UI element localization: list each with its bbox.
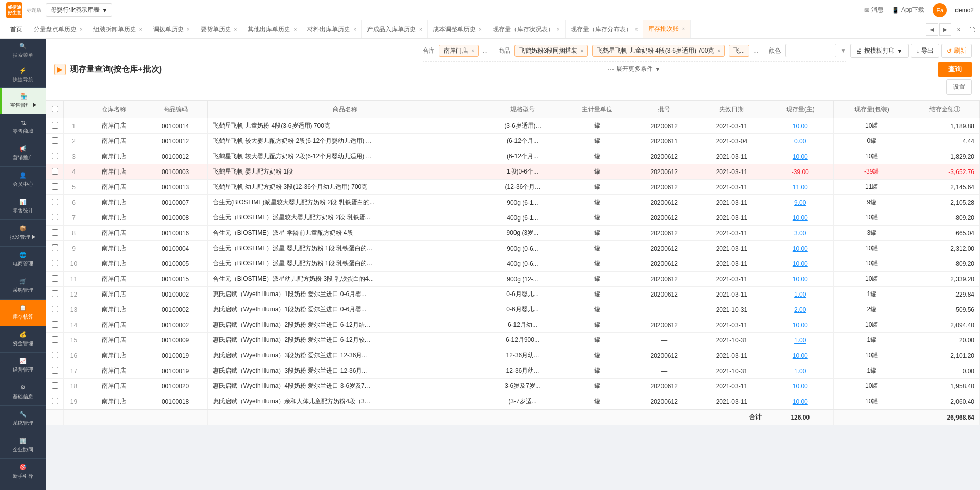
tab-chengben[interactable]: 成本调整单历史 ×: [428, 20, 487, 39]
row-checkbox[interactable]: [46, 164, 64, 180]
row-checkbox[interactable]: [46, 241, 64, 256]
tab-cailiao-close[interactable]: ×: [353, 27, 356, 32]
row-qty-main[interactable]: 10.00: [767, 272, 834, 287]
warehouse-tag[interactable]: 南岸门店 ×: [439, 45, 479, 57]
row-qty-main[interactable]: 10.00: [767, 241, 834, 256]
row-qty-main[interactable]: 10.00: [767, 210, 834, 226]
row-checkbox[interactable]: [46, 256, 64, 272]
row-checkbox[interactable]: [46, 180, 64, 195]
row-qty-main[interactable]: -39.00: [767, 164, 834, 180]
row-checkbox[interactable]: [46, 134, 64, 149]
tab-fullscreen-button[interactable]: ⛶: [966, 23, 978, 36]
tab-chengpin-close[interactable]: ×: [419, 27, 422, 32]
row-checkbox[interactable]: [46, 317, 64, 333]
tab-kucunpici-close[interactable]: ×: [682, 26, 685, 32]
sidebar-item-retail[interactable]: 🏪 零售管理 ▶: [0, 88, 46, 114]
product-tag1[interactable]: 飞鹤奶粉3段同捆搭装 ×: [514, 45, 589, 57]
sidebar-item-guide[interactable]: 🎯 新手引导: [0, 459, 46, 485]
tab-yaohuo[interactable]: 要货单历史 ×: [195, 20, 243, 39]
tab-tiaobo[interactable]: 调拨单历史 ×: [148, 20, 195, 39]
row-qty-main[interactable]: 10.00: [767, 379, 834, 394]
tab-zuhe[interactable]: 组装拆卸单历史 ×: [88, 20, 148, 39]
sidebar-item-appstore[interactable]: 📱 应用中心: [0, 485, 46, 490]
sidebar-search[interactable]: 🔍 搜索菜单: [0, 39, 46, 63]
row-checkbox[interactable]: [46, 272, 64, 287]
tab-fenpan[interactable]: 分量盘点单历史 ×: [29, 20, 88, 39]
tab-cailiao[interactable]: 材料出库单历史 ×: [302, 20, 362, 39]
row-checkbox[interactable]: [46, 302, 64, 317]
tab-prev-button[interactable]: ◀: [926, 23, 938, 36]
message-button[interactable]: ✉ 消息: [864, 6, 884, 14]
product-tag3[interactable]: 飞...: [729, 45, 749, 57]
sidebar-item-purchase[interactable]: 🛒 采购管理: [0, 273, 46, 300]
tab-kucun1-close[interactable]: ×: [557, 27, 560, 32]
org-selector[interactable]: 母婴行业演示库表 ▼: [46, 3, 112, 17]
row-checkbox[interactable]: [46, 394, 64, 410]
tab-home[interactable]: 首页: [4, 20, 29, 39]
tab-tiaobo-close[interactable]: ×: [187, 27, 190, 32]
sidebar-item-marketing[interactable]: 📢 营销推广: [0, 140, 46, 167]
row-qty-main[interactable]: 1.00: [767, 363, 834, 379]
sidebar-item-members[interactable]: 👤 会员中心: [0, 167, 46, 193]
row-qty-main[interactable]: 10.00: [767, 317, 834, 333]
row-checkbox[interactable]: [46, 226, 64, 241]
row-checkbox[interactable]: [46, 379, 64, 394]
sidebar-item-ecommerce[interactable]: 🌐 电商管理: [0, 247, 46, 273]
select-all-checkbox[interactable]: [52, 106, 58, 112]
row-qty-main[interactable]: 1.00: [767, 287, 834, 302]
product-tag1-close[interactable]: ×: [580, 48, 583, 54]
tab-yaohuo-close[interactable]: ×: [234, 27, 237, 32]
sidebar-shortcut[interactable]: ⚡ 快捷导航: [0, 63, 46, 88]
sidebar-item-company[interactable]: 🏢 企业协同: [0, 432, 46, 459]
row-checkbox[interactable]: [46, 287, 64, 302]
sidebar-item-retail-shop[interactable]: 🛍 零售商城: [0, 114, 46, 140]
tab-chengben-close[interactable]: ×: [479, 27, 482, 32]
template-print-button[interactable]: 🖨 按模板打印 ▼: [850, 44, 909, 58]
row-qty-main[interactable]: 9.00: [767, 195, 834, 210]
row-qty-main[interactable]: 2.00: [767, 302, 834, 317]
row-checkbox[interactable]: [46, 363, 64, 379]
collapse-button[interactable]: ▶: [54, 64, 66, 75]
product-more[interactable]: ...: [753, 47, 758, 54]
tab-kucunpici[interactable]: 库存批次账 ×: [643, 20, 691, 39]
product-tag2[interactable]: 飞鹤星飞帆 儿童奶粉 4段(3-6岁适用) 700克 ×: [592, 45, 725, 57]
row-qty-main[interactable]: 3.00: [767, 226, 834, 241]
row-qty-main[interactable]: 10.00: [767, 348, 834, 363]
sidebar-item-retail-stats[interactable]: 📊 零售统计: [0, 193, 46, 220]
warehouse-more[interactable]: ...: [483, 47, 488, 54]
tab-zuhe-close[interactable]: ×: [139, 27, 142, 32]
export-button[interactable]: ↓ 导出: [911, 44, 939, 58]
row-qty-main[interactable]: 0.00: [767, 134, 834, 149]
product-tag2-close[interactable]: ×: [717, 48, 720, 54]
tab-fenpan-close[interactable]: ×: [80, 27, 83, 32]
refresh-button[interactable]: ↺ 刷新: [941, 44, 972, 58]
sidebar-item-wholesale[interactable]: 📦 批发管理 ▶: [0, 220, 46, 247]
tab-next-button[interactable]: ▶: [939, 23, 951, 36]
tab-kucun2[interactable]: 现存量（库存分布表） ×: [566, 20, 644, 39]
row-qty-main[interactable]: 10.00: [767, 118, 834, 134]
sidebar-item-inventory[interactable]: 📋 库存核算: [0, 300, 46, 326]
app-download-button[interactable]: 📱 App下载: [892, 6, 924, 14]
row-checkbox[interactable]: [46, 118, 64, 134]
row-checkbox[interactable]: [46, 195, 64, 210]
tab-qita-close[interactable]: ×: [293, 27, 297, 32]
row-checkbox[interactable]: [46, 149, 64, 164]
tab-kucun1[interactable]: 现存量（库存状况表） ×: [487, 20, 566, 39]
tab-qita[interactable]: 其他出库单历史 ×: [242, 20, 302, 39]
settings-button[interactable]: 设置: [946, 79, 972, 95]
expand-button[interactable]: ⋯ 展开更多条件 ▼: [608, 65, 661, 74]
row-qty-main[interactable]: 10.00: [767, 256, 834, 272]
row-qty-main[interactable]: 10.00: [767, 394, 834, 410]
row-qty-main[interactable]: 10.00: [767, 149, 834, 164]
sidebar-item-system[interactable]: 🔧 系统管理: [0, 406, 46, 432]
row-qty-main[interactable]: 1.00: [767, 333, 834, 348]
tab-close-all-button[interactable]: ×: [952, 23, 965, 36]
avatar[interactable]: Ea: [933, 3, 947, 17]
tab-kucun2-close[interactable]: ×: [635, 27, 638, 32]
row-checkbox[interactable]: [46, 333, 64, 348]
warehouse-tag-close[interactable]: ×: [471, 48, 474, 54]
sidebar-item-basic[interactable]: ⚙ 基础信息: [0, 379, 46, 406]
tab-chengpin[interactable]: 产成品入库单历史 ×: [362, 20, 428, 39]
sidebar-item-finance[interactable]: 💰 资金管理: [0, 326, 46, 353]
row-checkbox[interactable]: [46, 210, 64, 226]
